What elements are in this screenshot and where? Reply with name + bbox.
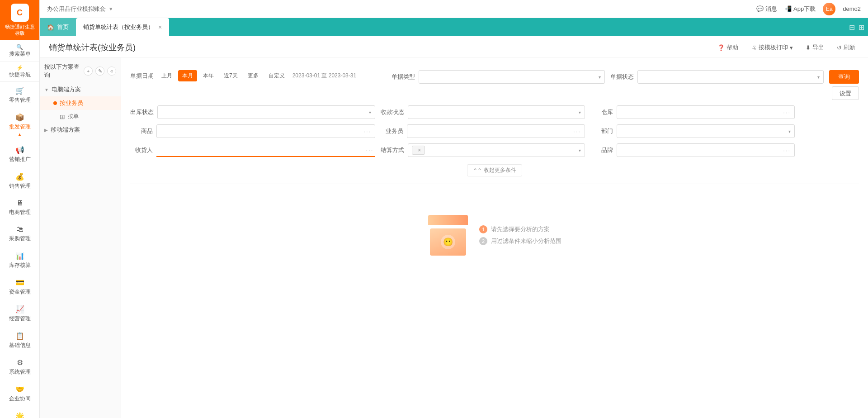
export-btn[interactable]: ⬇ 导出 xyxy=(802,42,828,53)
warehouse-select[interactable]: ··· xyxy=(617,105,795,119)
collapse-conditions-btn[interactable]: ⌃⌃ 收起更多条件 xyxy=(467,164,522,176)
receiver-input[interactable]: ··· xyxy=(156,143,375,157)
settings-button[interactable]: 设置 xyxy=(832,86,859,100)
product-select[interactable]: ··· xyxy=(156,124,375,138)
collect-status-arrow: ▾ xyxy=(579,110,581,115)
collect-status-select[interactable]: ▾ xyxy=(408,105,585,119)
doc-type-select[interactable]: ▾ xyxy=(419,70,605,84)
system-icon: ⚙ xyxy=(17,358,23,367)
product-label: 商品 xyxy=(130,127,153,135)
tree-item-by-sales[interactable]: 按业务员 xyxy=(40,96,121,110)
sidebar-search[interactable]: 🔍 搜索菜单 xyxy=(0,40,39,62)
tree-item-by-order[interactable]: ⊞ 按单 xyxy=(40,110,121,123)
avatar[interactable]: Ea xyxy=(823,3,835,15)
inventory-icon: 📊 xyxy=(15,252,24,260)
tree-group-desktop-header[interactable]: ▼ 电脑端方案 xyxy=(40,83,121,96)
sidebar-item-operation[interactable]: 📈 经营管理 xyxy=(0,300,39,327)
sidebar-item-marketing[interactable]: 📢 营销推广 xyxy=(0,141,39,168)
minimize-icon[interactable]: ⊟ xyxy=(849,23,855,32)
sidebar-item-purchase[interactable]: 🛍 采购管理 xyxy=(0,221,39,247)
finance-icon: 💳 xyxy=(15,278,24,287)
salesperson-label: 业务员 xyxy=(381,127,403,135)
date-tab-this-month[interactable]: 本月 xyxy=(178,70,197,81)
collapse-up-icon: ⌃⌃ xyxy=(473,167,482,174)
tree-group-mobile-header[interactable]: ▶ 移动端方案 xyxy=(40,123,121,137)
brand-dots: ··· xyxy=(783,147,791,154)
sidebar-item-enterprise[interactable]: 🤝 企业协同 xyxy=(0,380,39,407)
date-tab-custom[interactable]: 自定义 xyxy=(264,70,289,81)
filter-section: 单据日期 上月 本月 本年 近7天 更多 自定义 20 xyxy=(130,65,859,184)
empty-illustration: 😶 xyxy=(428,215,468,256)
logo-text: 畅捷通好生意 标版 xyxy=(3,24,37,37)
sidebar-item-newbie[interactable]: 🌟 新手引导 xyxy=(0,407,39,418)
query-button[interactable]: 查询 xyxy=(829,70,859,84)
step2-num: 2 xyxy=(479,237,487,245)
sidebar-item-sales[interactable]: 💰 销售管理 xyxy=(0,168,39,195)
warehouse-label: 仓库 xyxy=(590,108,613,116)
doc-type-arrow: ▾ xyxy=(599,75,601,80)
topbar-right: 💬 消息 📲 App下载 Ea demo2 xyxy=(756,3,861,15)
sidebar-logo[interactable]: C 畅捷通好生意 标版 xyxy=(0,0,39,40)
sidebar-item-finance[interactable]: 💳 资金管理 xyxy=(0,274,39,300)
out-status-arrow: ▾ xyxy=(369,110,371,115)
app-name: 办公用品行业模拟账套 xyxy=(47,5,106,13)
dropdown-icon[interactable]: ▾ xyxy=(109,5,113,12)
query-settings-btns: 查询 设置 xyxy=(829,70,859,100)
sidebar-item-basic[interactable]: 📋 基础信息 xyxy=(0,327,39,354)
newbie-icon: 🌟 xyxy=(15,412,24,418)
date-tab-this-year[interactable]: 本年 xyxy=(199,70,218,81)
divider xyxy=(130,184,859,184)
step1-text: 请先选择要分析的方案 xyxy=(491,225,550,233)
operation-icon: 📈 xyxy=(15,305,24,314)
doc-status-select[interactable]: ▾ xyxy=(637,70,824,84)
left-panel-title: 按以下方案查询 xyxy=(44,63,84,79)
message-btn[interactable]: 💬 消息 xyxy=(756,5,777,13)
download-icon: 📲 xyxy=(784,5,792,12)
left-panel-header: 按以下方案查询 + ✎ « xyxy=(40,63,121,83)
tab-close-btn[interactable]: × xyxy=(158,24,162,31)
settlement-remove-btn[interactable]: × xyxy=(418,147,421,153)
tree-dot-icon xyxy=(53,101,57,105)
date-tab-last-month[interactable]: 上月 xyxy=(157,70,176,81)
date-tab-last7[interactable]: 近7天 xyxy=(220,70,242,81)
chevron-up-icon: ▲ xyxy=(18,132,22,137)
date-tab-more[interactable]: 更多 xyxy=(244,70,263,81)
tree-arrow-right-icon: ▶ xyxy=(44,128,48,133)
logo-icon: C xyxy=(11,4,29,22)
tree-group-mobile: ▶ 移动端方案 xyxy=(40,123,121,137)
search-label: 搜索菜单 xyxy=(3,50,37,58)
basic-icon: 📋 xyxy=(15,332,24,340)
doc-status-label: 单据状态 xyxy=(610,73,634,81)
edit-icon: ✎ xyxy=(98,68,102,74)
tab-home[interactable]: 🏠 首页 xyxy=(40,18,76,36)
add-scheme-btn[interactable]: + xyxy=(84,66,93,76)
expand-icon[interactable]: ⊞ xyxy=(859,23,864,32)
app-download-btn[interactable]: 📲 App下载 xyxy=(784,5,816,13)
main-area: 办公用品行业模拟账套 ▾ 💬 消息 📲 App下载 Ea demo2 🏠 首页 … xyxy=(40,0,868,418)
product-dots: ··· xyxy=(363,128,371,135)
salesperson-select[interactable]: ··· xyxy=(407,124,585,138)
help-btn[interactable]: ❓ 帮助 xyxy=(714,42,742,53)
sidebar-item-inventory[interactable]: 📊 库存核算 xyxy=(0,247,39,274)
tab-expand-btns: ⊟ ⊞ xyxy=(849,23,868,32)
print-btn[interactable]: 🖨 按模板打印 ▾ xyxy=(747,42,797,53)
wholesale-icon: 📦 xyxy=(15,113,24,122)
edit-scheme-btn[interactable]: ✎ xyxy=(95,66,104,76)
collapse-panel-btn[interactable]: « xyxy=(107,66,116,76)
sidebar-item-ecommerce[interactable]: 🖥 电商管理 xyxy=(0,195,39,221)
topbar: 办公用品行业模拟账套 ▾ 💬 消息 📲 App下载 Ea demo2 xyxy=(40,0,868,18)
department-select[interactable]: ▾ xyxy=(617,124,795,138)
tab-sales-stat[interactable]: 销货单统计表（按业务员） × xyxy=(76,18,169,36)
sidebar-item-wholesale[interactable]: 📦 批发管理 ▲ xyxy=(0,109,39,141)
search-icon: 🔍 xyxy=(16,44,23,50)
sidebar-item-system[interactable]: ⚙ 系统管理 xyxy=(0,354,39,380)
out-status-label: 出库状态 xyxy=(130,108,154,116)
sidebar-nav[interactable]: ⚡ 快捷导航 xyxy=(0,62,39,82)
settlement-select[interactable]: × ▾ xyxy=(408,143,585,157)
step-2: 2 用过滤条件来缩小分析范围 xyxy=(479,237,561,245)
out-status-select[interactable]: ▾ xyxy=(157,105,375,119)
sidebar-item-retail[interactable]: 🛒 零售管理 xyxy=(0,82,39,109)
refresh-btn[interactable]: ↺ 刷新 xyxy=(833,42,859,53)
brand-select[interactable]: ··· xyxy=(617,143,795,157)
add-icon: + xyxy=(87,68,90,74)
